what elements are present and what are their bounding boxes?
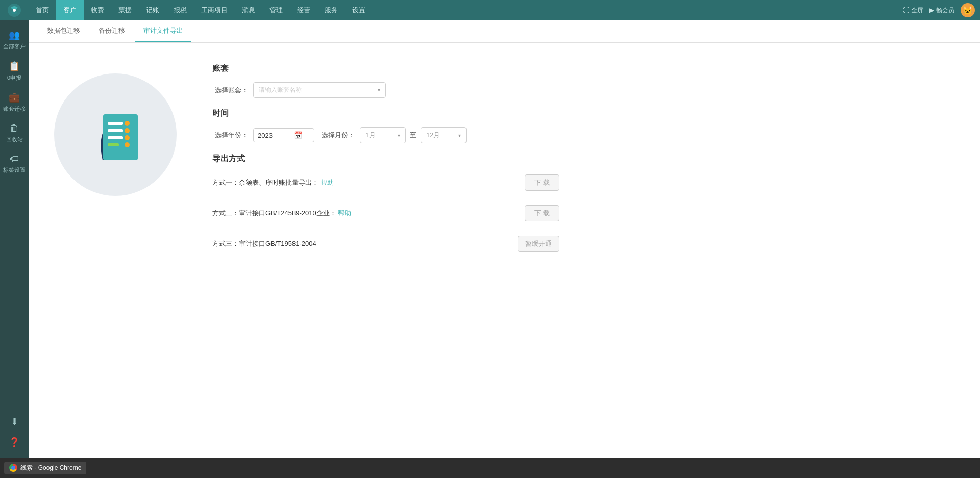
start-month-value: 1月 [365,131,376,140]
nav-home[interactable]: 首页 [29,0,56,20]
export-section-title: 导出方式 [212,154,559,164]
nav-business[interactable]: 工商项目 [194,0,235,20]
account-section-title: 账套 [212,63,559,74]
chrome-icon [9,464,17,472]
illustration-circle [54,73,177,196]
sidebar-label-zero-declare: 0申报 [7,74,21,82]
top-nav: 首页 客户 收费 票据 记账 报税 工商项目 消息 管理 经营 服务 设置 ⛶ … [0,0,980,20]
export-container: 账套 选择账套： 请输入账套名称 ▾ 时间 选择年份： [49,58,559,264]
nav-settings[interactable]: 设置 [345,0,373,20]
export-method-1: 方式一：余额表、序时账批量导出： 帮助 下 载 [212,172,559,193]
sidebar-bottom: ⬇ ❓ [0,413,29,458]
sidebar-help-button[interactable]: ❓ [0,433,29,451]
start-month-select[interactable]: 1月 ▾ [360,127,406,143]
account-row: 选择账套： 请输入账套名称 ▾ [212,82,559,98]
method3-label: 方式三：审计接口GB/T19581-2004 [212,239,518,248]
svg-point-10 [125,142,130,147]
method1-help-link[interactable]: 帮助 [321,179,334,186]
fullscreen-button[interactable]: ⛶ 全屏 [903,6,923,15]
method2-download-button[interactable]: 下 载 [525,205,559,221]
end-month-select[interactable]: 12月 ▾ [421,127,467,143]
tags-icon: 🏷 [10,154,19,164]
nav-right: ⛶ 全屏 ▶ 畅会员 🐱 [903,3,975,17]
sidebar-download-button[interactable]: ⬇ [0,413,29,431]
tab-backup-migration[interactable]: 备份迁移 [90,20,133,42]
time-section-title: 时间 [212,108,559,119]
method2-prefix: 方式二：审计接口GB/T24589-2010企业： [212,209,336,217]
nav-items: 首页 客户 收费 票据 记账 报税 工商项目 消息 管理 经营 服务 设置 [29,0,903,20]
illustration [49,58,182,211]
month-label: 选择月份： [322,131,355,140]
nav-billing[interactable]: 收费 [84,0,111,20]
sidebar-item-zero-declare[interactable]: 📋 0申报 [0,56,29,87]
customers-icon: 👥 [9,30,20,41]
main-layout: 👥 全部客户 📋 0申报 💼 账套迁移 🗑 回收站 🏷 标签设置 ⬇ ❓ 数据包… [0,20,980,458]
chevron-down-icon-2: ▾ [398,133,400,138]
svg-rect-6 [108,143,119,146]
year-input-wrap: 📅 [253,128,314,142]
method2-label: 方式二：审计接口GB/T24589-2010企业： 帮助 [212,209,525,218]
vip-label: 畅会员 [936,6,954,15]
content-area: 数据包迁移 备份迁移 审计文件导出 [29,20,980,458]
time-row: 选择年份： 📅 选择月份： 1月 ▾ 至 12月 [212,127,559,143]
method2-help-link[interactable]: 帮助 [338,209,351,217]
sidebar: 👥 全部客户 📋 0申报 💼 账套迁移 🗑 回收站 🏷 标签设置 ⬇ ❓ [0,20,29,458]
end-month-value: 12月 [426,131,440,140]
method1-download-button[interactable]: 下 载 [525,174,559,191]
account-label: 选择账套： [212,86,248,95]
nav-messages[interactable]: 消息 [235,0,262,20]
nav-accounting[interactable]: 记账 [139,0,166,20]
svg-rect-4 [108,129,123,132]
vip-icon: ▶ [929,7,934,14]
sidebar-label-tags: 标签设置 [3,166,26,174]
page-content: 账套 选择账套： 请输入账套名称 ▾ 时间 选择年份： [29,43,980,458]
avatar[interactable]: 🐱 [961,3,975,17]
sidebar-item-tags[interactable]: 🏷 标签设置 [0,148,29,179]
method3-coming-soon-button[interactable]: 暂缓开通 [518,236,559,252]
year-input[interactable] [258,132,293,139]
vip-button[interactable]: ▶ 畅会员 [929,6,954,15]
svg-point-8 [125,128,130,133]
fullscreen-icon: ⛶ [903,7,909,14]
svg-point-7 [125,121,130,126]
nav-invoices[interactable]: 票据 [111,0,139,20]
migration-icon: 💼 [9,92,20,103]
sidebar-item-recycle[interactable]: 🗑 回收站 [0,118,29,148]
nav-operations[interactable]: 经营 [290,0,317,20]
svg-point-1 [13,9,16,12]
svg-point-9 [125,135,130,140]
form-area: 账套 选择账套： 请输入账套名称 ▾ 时间 选择年份： [212,58,559,264]
declare-icon: 📋 [9,61,20,72]
chevron-down-icon-3: ▾ [458,133,461,138]
sidebar-label-recycle: 回收站 [6,136,23,143]
nav-services[interactable]: 服务 [317,0,345,20]
nav-customers[interactable]: 客户 [56,0,84,20]
taskbar-item-label: 线索 - Google Chrome [20,464,81,472]
account-placeholder: 请输入账套名称 [259,86,302,94]
recycle-icon: 🗑 [10,123,19,134]
svg-rect-3 [108,122,123,125]
sidebar-label-all-customers: 全部客户 [3,43,26,51]
chevron-down-icon: ▾ [378,87,380,93]
taskbar: 线索 - Google Chrome [0,458,980,478]
nav-manage[interactable]: 管理 [262,0,290,20]
fullscreen-label: 全屏 [911,6,923,15]
account-select[interactable]: 请输入账套名称 ▾ [253,82,386,98]
tab-audit-export[interactable]: 审计文件导出 [135,20,191,42]
year-label: 选择年份： [212,131,248,140]
export-method-3: 方式三：审计接口GB/T19581-2004 暂缓开通 [212,234,559,254]
svg-rect-5 [108,136,123,139]
export-method-2: 方式二：审计接口GB/T24589-2010企业： 帮助 下 载 [212,203,559,223]
sidebar-label-account-migration: 账套迁移 [3,105,26,113]
method3-prefix: 方式三：审计接口GB/T19581-2004 [212,240,316,247]
method1-prefix: 方式一：余额表、序时账批量导出： [212,179,318,186]
to-text: 至 [410,131,416,140]
logo [5,1,23,19]
sidebar-item-all-customers[interactable]: 👥 全部客户 [0,24,29,56]
sidebar-item-account-migration[interactable]: 💼 账套迁移 [0,87,29,118]
nav-tax[interactable]: 报税 [166,0,194,20]
method1-label: 方式一：余额表、序时账批量导出： 帮助 [212,178,525,187]
taskbar-chrome-item[interactable]: 线索 - Google Chrome [4,462,86,474]
tab-data-migration[interactable]: 数据包迁移 [39,20,88,42]
tabs-bar: 数据包迁移 备份迁移 审计文件导出 [29,20,980,43]
